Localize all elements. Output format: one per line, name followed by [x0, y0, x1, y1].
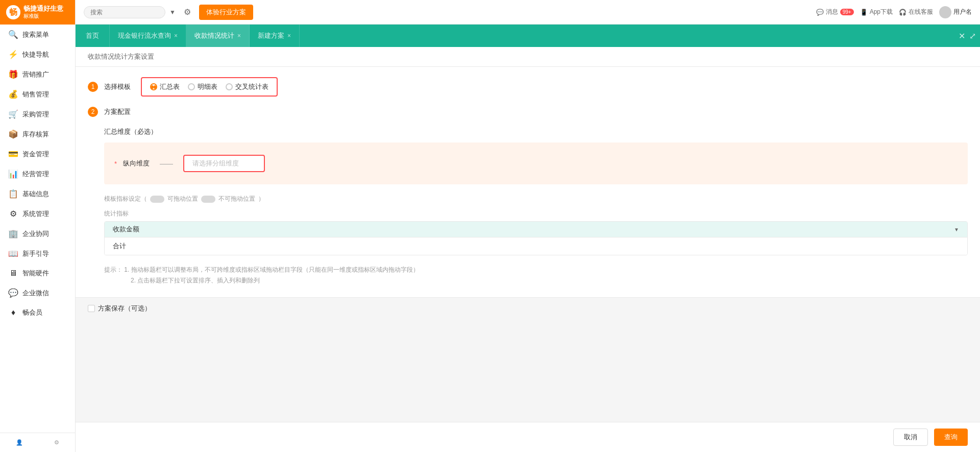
radio-cross[interactable]: 交叉统计表	[226, 82, 268, 91]
enterprise-icon: 🏢	[8, 229, 18, 239]
sidebar-item-system[interactable]: ⚙ 系统管理	[0, 204, 75, 224]
dimension-select[interactable]: 请选择分组维度	[183, 155, 265, 172]
service-label: 在线客服	[909, 8, 933, 16]
metrics-column-name: 收款金额	[113, 225, 139, 234]
sidebar-item-purchase[interactable]: 🛒 采购管理	[0, 104, 75, 124]
sidebar-expand-btn[interactable]: 👤	[14, 437, 25, 448]
tab-home[interactable]: 首页	[76, 25, 110, 47]
inventory-icon: 📦	[8, 129, 18, 139]
weixin-icon: 💬	[8, 288, 18, 298]
sidebar-item-label: 快捷导航	[22, 50, 49, 59]
content-area: 收款情况统计方案设置 1 选择模板 汇总表	[76, 47, 980, 422]
sidebar-item-label: 经营管理	[22, 170, 49, 179]
tab-receipt-stats[interactable]: 收款情况统计 ×	[186, 25, 250, 47]
download-label: App下载	[870, 8, 893, 16]
sidebar-bottom: 👤 ⚙	[0, 433, 75, 452]
logo-icon: 畅	[6, 5, 20, 19]
sidebar-item-finance[interactable]: 💳 资金管理	[0, 144, 75, 164]
tab-cashflow-close[interactable]: ×	[174, 32, 178, 39]
sidebar-settings-btn[interactable]: ⚙	[52, 437, 61, 448]
metrics-table-header[interactable]: 收款金额 ▼	[105, 222, 967, 237]
sidebar-item-label: 营销推广	[22, 70, 49, 79]
message-tool[interactable]: 💬 消息 99+	[816, 8, 854, 16]
sidebar-item-sales[interactable]: 💰 销售管理	[0, 84, 75, 104]
sidebar-item-label: 企业协同	[22, 229, 49, 239]
tab-cashflow-label: 现金银行流水查询	[118, 31, 171, 40]
nav-icon: ⚡	[8, 50, 18, 59]
save-checkbox-box[interactable]	[88, 305, 95, 312]
save-checkbox-label: 方案保存（可选）	[98, 304, 151, 313]
sidebar-item-label: 资金管理	[22, 150, 49, 159]
radio-group: 汇总表 明细表 交叉统计表	[150, 82, 268, 91]
message-icon: 💬	[816, 9, 824, 16]
sidebar-item-label: 采购管理	[22, 110, 49, 119]
basic-icon: 📋	[8, 189, 18, 199]
search-input[interactable]	[84, 6, 165, 18]
sidebar-item-marketing[interactable]: 🎁 营销推广	[0, 64, 75, 84]
query-button[interactable]: 查询	[934, 429, 968, 446]
arrow-separator: ——	[160, 160, 173, 168]
non-draggable-toggle[interactable]	[201, 196, 215, 203]
sidebar-item-inventory[interactable]: 📦 库存核算	[0, 124, 75, 144]
service-icon: 🎧	[899, 9, 906, 16]
metrics-dropdown-icon[interactable]: ▼	[954, 227, 959, 232]
draggable-toggle[interactable]	[150, 196, 164, 203]
save-checkbox[interactable]: 方案保存（可选）	[88, 304, 151, 313]
guide-icon: 📖	[8, 249, 18, 258]
tip-1: 提示： 1. 拖动标题栏可以调整布局，不可跨维度或指标区域拖动栏目字段（只能在同…	[104, 266, 968, 274]
metrics-table: 收款金额 ▼ 合计	[104, 221, 968, 255]
sidebar-item-hardware[interactable]: 🖥 智能硬件	[0, 264, 75, 283]
sidebar-item-basic[interactable]: 📋 基础信息	[0, 184, 75, 204]
logo-text: 畅捷通好生意	[23, 5, 63, 13]
service-tool[interactable]: 🎧 在线客服	[899, 8, 933, 16]
sidebar-item-weixin[interactable]: 💬 企业微信	[0, 283, 75, 303]
tab-new-plan[interactable]: 新建方案 ×	[250, 25, 300, 47]
finance-icon: 💳	[8, 149, 18, 159]
tab-new-plan-label: 新建方案	[258, 31, 284, 40]
cancel-button[interactable]: 取消	[893, 429, 928, 446]
settings-icon[interactable]: ⚙	[184, 7, 191, 17]
tabbar-maximize-btn[interactable]: ⤢	[969, 31, 976, 41]
step2-badge: 2	[88, 107, 98, 117]
sales-icon: 💰	[8, 89, 18, 99]
sidebar-item-label: 智能硬件	[22, 269, 49, 278]
tab-new-plan-close[interactable]: ×	[287, 32, 291, 39]
sidebar-item-operation[interactable]: 📊 经营管理	[0, 164, 75, 184]
search-dropdown-icon[interactable]: ▼	[169, 9, 176, 16]
step1-badge: 1	[88, 82, 98, 92]
download-tool[interactable]: 📱 App下载	[860, 8, 893, 16]
user-tool[interactable]: 用户名	[939, 6, 972, 18]
metrics-header-row: 模板指标设定（ 可拖动位置 不可拖动位置 ）	[104, 195, 968, 203]
page-title: 收款情况统计方案设置	[76, 47, 980, 67]
logo-sub: 标准版	[23, 13, 63, 20]
sidebar-item-enterprise[interactable]: 🏢 企业协同	[0, 224, 75, 244]
tab-receipt-stats-close[interactable]: ×	[237, 32, 241, 39]
radio-summary-circle	[150, 83, 157, 90]
template-selection-box: 汇总表 明细表 交叉统计表	[141, 77, 278, 97]
radio-detail[interactable]: 明细表	[188, 82, 217, 91]
trial-button[interactable]: 体验行业方案	[199, 5, 253, 20]
message-badge: 99+	[840, 9, 854, 15]
purchase-icon: 🛒	[8, 109, 18, 119]
header-tools: 💬 消息 99+ 📱 App下载 🎧 在线客服 用户名	[816, 6, 972, 18]
download-icon: 📱	[860, 9, 868, 16]
sidebar-item-member[interactable]: ♦ 畅会员	[0, 303, 75, 322]
tab-receipt-stats-label: 收款情况统计	[194, 31, 234, 40]
sidebar-item-nav[interactable]: ⚡ 快捷导航	[0, 44, 75, 64]
radio-summary[interactable]: 汇总表	[150, 82, 180, 91]
metrics-section-title: 模板指标设定（	[104, 195, 147, 203]
tab-cashflow[interactable]: 现金银行流水查询 ×	[110, 25, 186, 47]
tip-2: 2. 点击标题栏下拉可设置排序、插入列和删除列	[131, 276, 968, 285]
metrics-column-header: 统计指标 收款金额 ▼ 合计	[104, 209, 968, 255]
step2-row: 2 方案配置	[88, 107, 968, 117]
required-mark: *	[114, 160, 117, 168]
tips-area: 提示： 1. 拖动标题栏可以调整布局，不可跨维度或指标区域拖动栏目字段（只能在同…	[104, 266, 968, 285]
dimension-area: * 纵向维度 —— 请选择分组维度	[104, 142, 968, 184]
sidebar-item-guide[interactable]: 📖 新手引导	[0, 244, 75, 264]
radio-cross-circle	[226, 83, 233, 90]
dimension-section: 汇总维度（必选） * 纵向维度 —— 请选择分组维度 模板指标设定（ 可拖动位置	[104, 127, 968, 285]
tabbar-close-btn[interactable]: ✕	[959, 31, 965, 41]
main-content: ▼ ⚙ 体验行业方案 💬 消息 99+ 📱 App下载 🎧 在线客服 用户名	[76, 0, 980, 452]
tabbar-actions: ✕ ⤢	[959, 31, 980, 41]
sidebar-item-search[interactable]: 🔍 搜索菜单	[0, 25, 75, 44]
